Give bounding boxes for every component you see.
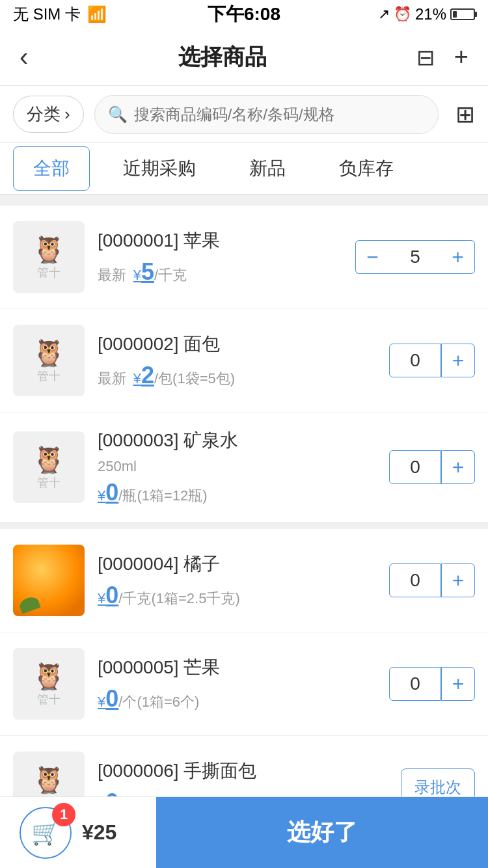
quantity-input-mango[interactable] xyxy=(389,667,441,701)
section-divider xyxy=(0,195,488,206)
product-item: 🦉 管十 [0000005] 芒果 ¥0/个(1箱=6个) + xyxy=(0,632,488,736)
price-info: (1袋=5包) xyxy=(172,370,235,387)
price-info: (1箱=12瓶) xyxy=(137,487,207,504)
price-prefix: ¥ xyxy=(98,487,105,504)
owl-icon: 🦉 xyxy=(33,444,65,475)
page-title: 选择商品 xyxy=(178,42,267,72)
filter-icon[interactable]: ⊟ xyxy=(416,44,435,70)
product-item: 🦉 管十 [0000003] 矿泉水 250ml ¥0/瓶(1箱=12瓶) + xyxy=(0,413,488,522)
quantity-input-water[interactable] xyxy=(389,450,441,484)
quantity-input-apple[interactable] xyxy=(389,240,441,274)
gps-icon: ↗ xyxy=(378,6,390,23)
increment-button-bread[interactable]: + xyxy=(441,344,475,377)
product-price-mango: ¥0/个(1箱=6个) xyxy=(98,685,379,712)
wifi-icon: 📶 xyxy=(87,5,107,23)
increment-button-water[interactable]: + xyxy=(441,450,475,484)
owl-text: 管十 xyxy=(37,368,61,384)
back-button[interactable]: ‹ xyxy=(20,42,28,72)
scan-icon[interactable]: ⊞ xyxy=(455,101,475,128)
price-info: (1箱=6个) xyxy=(137,694,199,710)
price-unit: /瓶 xyxy=(118,487,137,504)
confirm-button[interactable]: 选好了 xyxy=(156,797,488,869)
price-unit: /千克 xyxy=(154,267,187,283)
product-price-bread: 最新 ¥2/包(1袋=5包) xyxy=(98,362,379,389)
product-name-water: [0000003] 矿泉水 xyxy=(98,428,379,453)
owl-logo: 🦉 管十 xyxy=(33,234,65,280)
quantity-control-orange: + xyxy=(389,563,475,597)
owl-logo: 🦉 管十 xyxy=(33,444,65,491)
owl-text: 管十 xyxy=(37,475,61,491)
battery-fill xyxy=(453,11,457,18)
price-num: 2 xyxy=(141,362,154,388)
increment-button-mango[interactable]: + xyxy=(441,667,475,701)
status-left: 无 SIM 卡 📶 xyxy=(13,4,107,25)
product-price-orange: ¥0/千克(1箱=2.5千克) xyxy=(98,582,379,609)
product-spec-water: 250ml xyxy=(98,458,379,475)
price-prefix: ¥ xyxy=(98,694,105,710)
price-prefix: ¥ xyxy=(98,590,105,606)
product-image-apple: 🦉 管十 xyxy=(13,221,85,293)
battery-icon xyxy=(450,8,475,20)
product-item: 🦉 管十 [0000001] 苹果 最新 ¥5/千克 − + xyxy=(0,206,488,309)
tab-negative-stock[interactable]: 负库存 xyxy=(319,146,414,191)
price-prefix: ¥ xyxy=(133,267,141,283)
owl-text: 管十 xyxy=(37,265,61,280)
price-num: 5 xyxy=(141,258,154,285)
quantity-input-orange[interactable] xyxy=(389,563,441,597)
product-image-bread: 🦉 管十 xyxy=(13,325,85,396)
cart-section: 🛒 1 ¥25 xyxy=(0,807,156,859)
status-bar: 无 SIM 卡 📶 下午6:08 ↗ ⏰ 21% xyxy=(0,0,488,29)
product-name-pullbread: [0000006] 手撕面包 xyxy=(98,759,390,783)
product-image-mango: 🦉 管十 xyxy=(13,648,85,720)
search-input[interactable] xyxy=(134,105,425,124)
product-image-orange xyxy=(13,545,85,616)
tab-all[interactable]: 全部 xyxy=(13,146,90,191)
product-info-bread: [0000002] 面包 最新 ¥2/包(1袋=5包) xyxy=(98,332,379,389)
product-name-orange: [0000004] 橘子 xyxy=(98,552,379,576)
owl-text: 管十 xyxy=(37,692,61,707)
alarm-icon: ⏰ xyxy=(394,6,411,23)
nav-bar: ‹ 选择商品 ⊟ + xyxy=(0,29,488,86)
category-label: 分类 xyxy=(27,103,61,126)
product-list: 🦉 管十 [0000001] 苹果 最新 ¥5/千克 − + 🦉 管十 [000… xyxy=(0,206,488,868)
owl-logo: 🦉 管十 xyxy=(33,661,65,707)
carrier-label: 无 SIM 卡 xyxy=(13,4,81,25)
search-box: 🔍 xyxy=(94,95,439,134)
category-arrow: › xyxy=(64,104,70,124)
product-item: [0000004] 橘子 ¥0/千克(1箱=2.5千克) + xyxy=(0,522,488,632)
tab-new[interactable]: 新品 xyxy=(229,146,306,191)
tabs-bar: 全部 近期采购 新品 负库存 xyxy=(0,143,488,195)
tab-recent[interactable]: 近期采购 xyxy=(103,146,216,191)
price-num: 0 xyxy=(105,685,118,712)
quantity-input-bread[interactable] xyxy=(389,344,441,377)
product-name-mango: [0000005] 芒果 xyxy=(98,655,379,680)
cart-button-wrap[interactable]: 🛒 1 xyxy=(20,807,72,859)
product-name-apple: [0000001] 苹果 xyxy=(98,228,345,253)
add-icon[interactable]: + xyxy=(454,43,468,71)
category-button[interactable]: 分类 › xyxy=(13,96,84,133)
product-info-orange: [0000004] 橘子 ¥0/千克(1箱=2.5千克) xyxy=(98,552,379,609)
increment-button-apple[interactable]: + xyxy=(441,240,475,274)
product-price-apple: 最新 ¥5/千克 xyxy=(98,258,345,286)
nav-right-actions: ⊟ + xyxy=(416,43,468,71)
owl-icon: 🦉 xyxy=(33,234,65,265)
owl-icon: 🦉 xyxy=(33,765,65,795)
bottom-bar: 🛒 1 ¥25 选好了 xyxy=(0,796,488,868)
battery-label: 21% xyxy=(415,5,446,23)
product-price-water: ¥0/瓶(1箱=12瓶) xyxy=(98,479,379,506)
filter-bar: 分类 › 🔍 ⊞ xyxy=(0,86,488,143)
increment-button-orange[interactable]: + xyxy=(441,563,475,597)
decrement-button-apple[interactable]: − xyxy=(355,240,389,274)
price-unit: /个 xyxy=(118,694,137,710)
quantity-control-water: + xyxy=(389,450,475,484)
cart-amount: ¥25 xyxy=(82,821,116,845)
quantity-control-bread: + xyxy=(389,344,475,377)
product-image-water: 🦉 管十 xyxy=(13,431,85,503)
search-icon: 🔍 xyxy=(108,105,128,124)
price-unit: /包 xyxy=(154,370,172,387)
latest-label: 最新 xyxy=(98,370,126,387)
product-info-water: [0000003] 矿泉水 250ml ¥0/瓶(1箱=12瓶) xyxy=(98,428,379,506)
cart-badge: 1 xyxy=(52,803,75,826)
owl-icon: 🦉 xyxy=(33,661,65,692)
product-name-bread: [0000002] 面包 xyxy=(98,332,379,357)
